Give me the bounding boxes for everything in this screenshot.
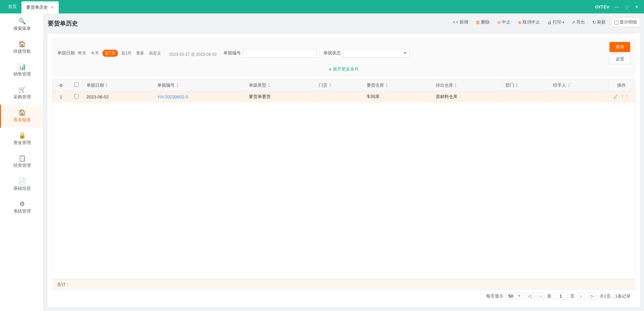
prev-page-btn[interactable]: ‹ — [537, 293, 544, 300]
page-end-label: 页 — [570, 293, 575, 299]
td-store — [315, 91, 363, 102]
sidebar-item-system[interactable]: ⚙ 系统管理 — [0, 196, 43, 219]
display-detail-btn[interactable]: 显示明细 — [611, 17, 640, 27]
settings-button[interactable]: 设置 — [609, 54, 630, 64]
th-dept[interactable]: 部门 ▲▼ — [502, 80, 550, 91]
sidebar-item-inventory[interactable]: 🏠 库存核算 — [0, 105, 43, 128]
last-page-btn[interactable]: ▷ — [588, 293, 597, 300]
sort-store-icon: ▲▼ — [329, 83, 331, 88]
date-shortcuts: 昨天 今天 近7天 近1月 更多 自定义 — [77, 50, 162, 57]
th-settings: ⚙ — [53, 80, 69, 91]
sidebar-item-quicknav-label: 快捷导航 — [13, 48, 31, 54]
sidebar-item-purchase[interactable]: 🛒 采购管理 — [0, 82, 43, 105]
expand-label: 展开更多条件 — [333, 66, 359, 72]
content-area: 要货单历史 ＋ + 新增 🗑 删除 ⊘ 中止 ⊗ 取消中止 — [44, 13, 644, 311]
th-pendwarehouse[interactable]: 待出仓库 ▲▼ — [432, 80, 502, 91]
more-icon[interactable]: ⋮⋮ — [620, 94, 630, 99]
summary-label: 合计： — [57, 281, 70, 287]
td-checkbox — [69, 91, 83, 102]
page-number-input[interactable] — [554, 293, 568, 300]
sort-reqwarehouse-icon: ▲▼ — [385, 83, 388, 88]
new-btn[interactable]: ＋ + 新增 — [450, 18, 470, 27]
display-detail-checkbox[interactable] — [614, 20, 619, 25]
page-size-select[interactable]: 50 20 100 — [506, 293, 522, 300]
sidebar-item-quicknav[interactable]: 🏠 快捷导航 — [0, 36, 43, 59]
shortcut-7days[interactable]: 近7天 — [102, 50, 118, 57]
sidebar-item-system-label: 系统管理 — [13, 208, 31, 214]
print-btn[interactable]: 🖨 打印 ▾ — [545, 18, 566, 27]
export-btn[interactable]: ↗ 导出 — [570, 18, 587, 27]
total-info: 共1页，1条记录 — [600, 293, 631, 299]
purchase-icon: 🛒 — [18, 87, 26, 93]
sort-dept-icon: ▲▼ — [516, 83, 518, 88]
settings-icon: ⚙ — [59, 83, 63, 88]
finance-icon: 🔒 — [18, 132, 26, 138]
stop-btn[interactable]: ⊘ 中止 — [495, 18, 513, 27]
toolbar: ＋ + 新增 🗑 删除 ⊘ 中止 ⊗ 取消中止 🖨 打印 — [450, 17, 640, 27]
print-dropdown-icon: ▾ — [562, 20, 564, 24]
select-all-checkbox[interactable] — [74, 83, 78, 87]
sidebar-item-sales[interactable]: 📊 销售管理 — [0, 59, 43, 82]
sort-handler-icon: ▲▼ — [568, 83, 570, 88]
tab-home[interactable]: 首页 — [3, 0, 21, 13]
th-date[interactable]: 单据日期 ▲▼ — [83, 80, 154, 91]
sidebar-item-basics[interactable]: 📄 基础信息 — [0, 173, 43, 196]
delete-btn[interactable]: 🗑 删除 — [474, 18, 492, 27]
operation-icon: 📋 — [18, 155, 26, 161]
shortcut-1month[interactable]: 近1月 — [120, 50, 133, 56]
main-layout: 🔍 搜索菜单 🏠 快捷导航 📊 销售管理 🛒 采购管理 🏠 库存核算 🔒 资金管… — [0, 13, 644, 311]
shortcut-custom[interactable]: 自定义 — [148, 50, 162, 56]
th-handler-label: 经手人 — [553, 82, 566, 88]
stop-label: 中止 — [502, 19, 511, 25]
th-action-label: 操作 — [617, 83, 626, 88]
table-container[interactable]: ⚙ 单据日期 ▲▼ — [52, 79, 635, 279]
row-docno-link[interactable]: YH-20230602-0 — [157, 94, 188, 99]
shortcut-yesterday[interactable]: 昨天 — [77, 50, 88, 56]
th-docno[interactable]: 单据编号 ▲▼ — [154, 80, 246, 91]
next-page-btn[interactable]: › — [577, 293, 585, 300]
refresh-label: 刷新 — [597, 19, 606, 25]
page-label: 第 — [547, 293, 551, 299]
th-pendwarehouse-label: 待出仓库 — [436, 82, 453, 88]
minimize-btn[interactable]: — — [612, 4, 621, 9]
doc-no-input[interactable] — [243, 49, 317, 57]
sort-date-icon: ▲▼ — [105, 83, 108, 88]
print-label: 打印 — [553, 19, 561, 25]
maximize-btn[interactable]: □ — [624, 4, 630, 9]
filter-row: 单据日期 昨天 今天 近7天 近1月 更多 自定义 2023-05-27 至 2… — [57, 42, 630, 64]
sidebar-item-search[interactable]: 🔍 搜索菜单 — [0, 13, 43, 36]
expand-more-btn[interactable]: ▾ 展开更多条件 — [57, 66, 630, 72]
filter-actions: 查询 设置 — [609, 42, 630, 64]
th-store-label: 门店 — [319, 82, 327, 88]
row-checkbox[interactable] — [74, 94, 78, 98]
table-header-row: ⚙ 单据日期 ▲▼ — [53, 80, 635, 91]
close-btn[interactable]: ✕ — [633, 4, 641, 9]
th-reqwarehouse[interactable]: 要货仓库 ▲▼ — [363, 80, 432, 91]
shortcut-more[interactable]: 更多 — [135, 50, 146, 56]
tab-requisition-history[interactable]: 要货单历史 ✕ — [21, 1, 59, 13]
sidebar-item-operation-label: 经营管理 — [13, 163, 31, 169]
edit-icon[interactable]: 🖊 — [613, 94, 618, 99]
query-button[interactable]: 查询 — [609, 42, 630, 52]
row-num: 1 — [60, 94, 62, 99]
page-title: 要货单历史 — [48, 19, 78, 28]
first-page-btn[interactable]: ◁ — [525, 293, 534, 300]
shortcut-today[interactable]: 今天 — [90, 50, 100, 56]
td-dept — [502, 91, 550, 102]
sidebar-item-sales-label: 销售管理 — [13, 71, 31, 77]
sidebar-item-operation[interactable]: 📋 经营管理 — [0, 150, 43, 173]
tab-close-icon[interactable]: ✕ — [51, 5, 54, 10]
th-doctype[interactable]: 单据类型 ▲▼ — [246, 80, 315, 91]
top-bar: 首页 要货单历史 ✕ OfTEn — □ ✕ — [0, 0, 644, 13]
cancel-stop-btn[interactable]: ⊗ 取消中止 — [516, 18, 542, 27]
th-store[interactable]: 门店 ▲▼ — [315, 80, 363, 91]
main-panel: 单据日期 昨天 今天 近7天 近1月 更多 自定义 2023-05-27 至 2… — [48, 34, 640, 307]
date-filter-group: 单据日期 昨天 今天 近7天 近1月 更多 自定义 — [57, 50, 162, 57]
th-handler[interactable]: 经手人 ▲▼ — [550, 80, 608, 91]
search-icon: 🔍 — [18, 18, 26, 24]
status-label: 单据状态 — [323, 50, 341, 56]
status-filter-group: 单据状态 — [323, 49, 410, 57]
status-select[interactable] — [343, 49, 410, 57]
refresh-btn[interactable]: ↻ 刷新 — [590, 18, 608, 27]
sidebar-item-finance[interactable]: 🔒 资金管理 — [0, 128, 43, 150]
